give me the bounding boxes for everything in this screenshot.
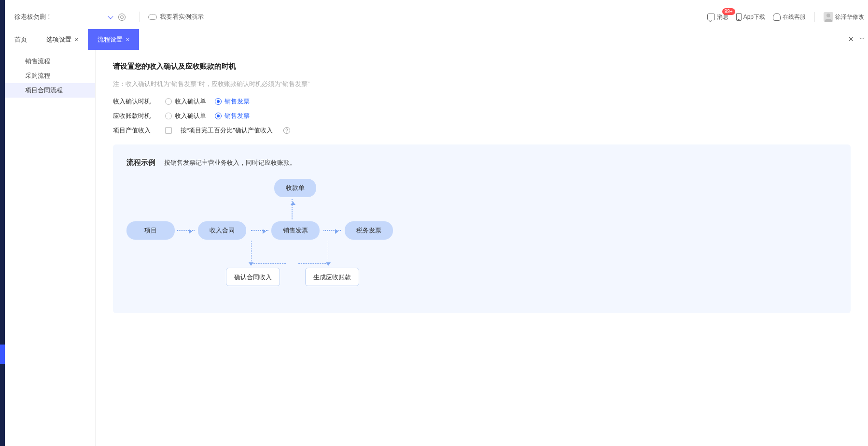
example-title: 流程示例 [126, 158, 155, 167]
row-label: 项目产值收入 [113, 126, 156, 135]
example-panel: 流程示例 按销售发票记主营业务收入，同时记应收账款。 收款单 项目 收入合同 销… [113, 144, 851, 313]
tab-options[interactable]: 选项设置× [37, 29, 88, 50]
sidemenu-project[interactable]: 项目合同流程 [5, 83, 95, 98]
close-icon[interactable]: × [126, 36, 129, 43]
radio-income-invoice[interactable]: 销售发票 [215, 97, 250, 106]
sidemenu-purchase[interactable]: 采购流程 [5, 69, 95, 83]
close-all-tabs[interactable]: × [844, 34, 857, 44]
main: 销售流程 采购流程 项目合同流程 请设置您的收入确认及应收账款的时机 注：收入确… [5, 50, 868, 446]
radio-income-confirm[interactable]: 收入确认单 [165, 97, 206, 106]
demo-link-text: 我要看实例演示 [160, 13, 204, 21]
node-project: 项目 [126, 221, 175, 240]
tab-process[interactable]: 流程设置× [88, 29, 139, 50]
close-icon[interactable]: × [74, 36, 78, 43]
gear-icon[interactable] [118, 14, 126, 21]
node-income-contract: 收入合同 [198, 221, 246, 240]
checkbox-percent-complete[interactable] [165, 127, 172, 134]
username: 徐泽华修改 [835, 13, 864, 21]
arrow-up-icon [292, 199, 293, 219]
tab-label: 流程设置 [98, 35, 123, 44]
checkbox-label: 按“项目完工百分比”确认产值收入 [181, 126, 273, 135]
node-tax-invoice: 税务发票 [345, 221, 393, 240]
separator [139, 12, 140, 22]
row-label: 应收账款时机 [113, 112, 156, 120]
tabbar: 首页 选项设置× 流程设置× × ﹀ [5, 29, 868, 50]
tabbar-right: × ﹀ [844, 29, 865, 50]
radio-ar-invoice[interactable]: 销售发票 [215, 112, 250, 120]
node-gen-ar: 生成应收账款 [305, 268, 359, 286]
arrow-down-icon [326, 262, 331, 268]
help-icon[interactable]: ? [283, 127, 290, 134]
row-ar-timing: 应收账款时机 收入确认单 销售发票 [113, 112, 851, 120]
flow-diagram: 收款单 项目 收入合同 销售发票 税务发票 确认合同收入 生成应收账款 [126, 179, 435, 290]
phone-icon [736, 13, 742, 21]
sidemenu-sales[interactable]: 销售流程 [5, 54, 95, 69]
topbar: 徐老板勿删！ 我要看实例演示 消息 99+ App下载 在线客服 徐泽华修改 [5, 7, 868, 27]
dash-path [298, 241, 328, 264]
radio-label: 收入确认单 [175, 112, 206, 120]
app-download-label: App下载 [743, 13, 765, 21]
radio-label: 销售发票 [224, 112, 250, 120]
example-desc: 按销售发票记主营业务收入，同时记应收账款。 [164, 158, 296, 167]
dash-path [251, 241, 286, 264]
headset-icon [773, 13, 781, 21]
page-title: 请设置您的收入确认及应收账款的时机 [113, 62, 851, 71]
message-icon [707, 14, 715, 20]
avatar [824, 12, 833, 22]
sidemenu: 销售流程 采购流程 项目合同流程 [5, 50, 96, 446]
user-menu[interactable]: 徐泽华修改 [824, 12, 864, 22]
cloud-icon [148, 14, 157, 20]
chevron-down-icon [108, 14, 113, 19]
row-project-output: 项目产值收入 按“项目完工百分比”确认产值收入 ? [113, 126, 851, 135]
node-receipt: 收款单 [274, 179, 316, 197]
arrow-icon [177, 230, 195, 231]
node-confirm-income: 确认合同收入 [226, 268, 280, 286]
tab-label: 首页 [14, 35, 27, 44]
radio-ar-confirm[interactable]: 收入确认单 [165, 112, 206, 120]
radio-label: 收入确认单 [175, 97, 206, 106]
app-download-button[interactable]: App下载 [736, 13, 765, 21]
messages-button[interactable]: 消息 99+ [707, 13, 728, 21]
messages-badge: 99+ [722, 8, 735, 15]
separator [814, 12, 815, 22]
row-label: 收入确认时机 [113, 97, 156, 106]
row-income-timing: 收入确认时机 收入确认单 销售发票 [113, 97, 851, 106]
arrow-icon [323, 230, 341, 231]
online-service-button[interactable]: 在线客服 [773, 13, 806, 21]
tab-home[interactable]: 首页 [5, 29, 37, 50]
tab-label: 选项设置 [46, 35, 71, 44]
org-selector[interactable]: 徐老板勿删！ [10, 13, 130, 21]
topbar-right: 消息 99+ App下载 在线客服 徐泽华修改 [707, 7, 864, 27]
arrow-down-icon [249, 262, 253, 268]
content: 请设置您的收入确认及应收账款的时机 注：收入确认时机为“销售发票”时，应收账款确… [96, 50, 868, 446]
arrow-icon [251, 230, 268, 231]
online-service-label: 在线客服 [783, 13, 806, 21]
node-sales-invoice: 销售发票 [271, 221, 320, 240]
tabs-menu-chevron[interactable]: ﹀ [859, 35, 865, 43]
org-name: 徐老板勿删！ [14, 13, 52, 21]
note: 注：收入确认时机为“销售发票”时，应收账款确认时机必须为“销售发票” [113, 80, 851, 88]
demo-link[interactable]: 我要看实例演示 [148, 13, 204, 21]
radio-label: 销售发票 [224, 97, 250, 106]
